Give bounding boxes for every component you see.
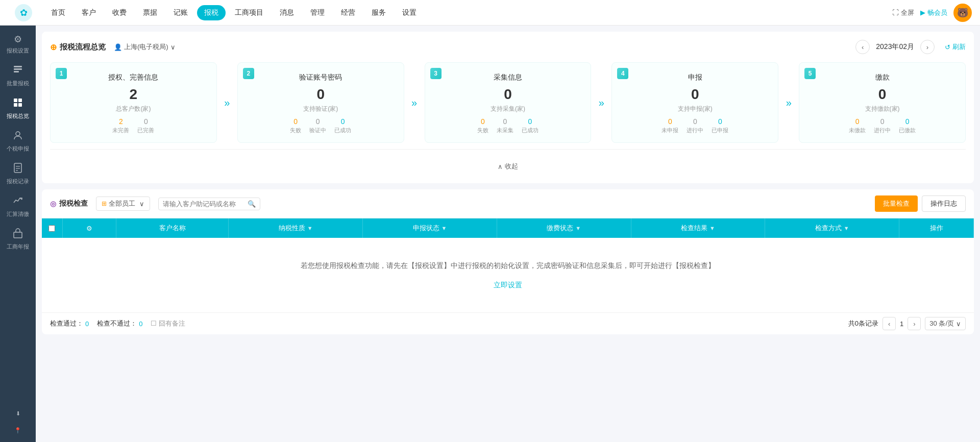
employee-filter[interactable]: ⊞ 全部员工 ∨ (96, 197, 150, 211)
page-size-selector[interactable]: 30 条/页 ∨ (925, 317, 966, 330)
setup-link[interactable]: 立即设置 (494, 281, 522, 289)
nav-item-invoice[interactable]: 票据 (136, 5, 164, 20)
th-payment-status: 缴费状态 ▼ (497, 218, 631, 238)
step-2-stats: 0 失败 0 验证中 0 已成功 (290, 117, 351, 134)
title-plus-icon: ⊕ (50, 42, 57, 52)
sidebar-item-batch-tax[interactable]: 批量报税 (2, 61, 34, 91)
step-4-stat-1-num: 0 (668, 117, 672, 126)
location-button[interactable]: 👤 上海(电子税局) ∨ (114, 42, 176, 52)
declaration-filter-icon: ▼ (442, 225, 447, 231)
logo-icon: ✿ (14, 4, 33, 22)
tax-nature-header[interactable]: 纳税性质 ▼ (235, 224, 356, 233)
nav-item-manage[interactable]: 管理 (303, 5, 332, 20)
pass-count[interactable]: 0 (85, 320, 89, 328)
fullscreen-icon: ⛶ (892, 9, 899, 16)
step-1-stat-2: 0 已完善 (137, 117, 154, 134)
svg-rect-6 (18, 99, 22, 102)
sidebar-item-location[interactable]: 📍 (2, 423, 34, 438)
step-5-stat-2-num: 0 (880, 117, 885, 126)
step-2-stat-3: 0 已成功 (334, 117, 351, 134)
empty-state: 若您想使用报税检查功能，请先在【报税设置】中进行报税的初始化设置，完成密码验证和… (42, 238, 974, 312)
location-person-icon: 👤 (114, 43, 122, 51)
table-container: ⚙ 客户名称 纳税性质 ▼ (42, 218, 974, 312)
date-next-button[interactable]: › (920, 40, 935, 54)
sidebar-item-tax-record[interactable]: 报税记录 (2, 159, 34, 189)
page-next-button[interactable]: › (908, 317, 921, 330)
table-header: ⚙ 客户名称 纳税性质 ▼ (42, 218, 974, 238)
sidebar-item-annual-settlement[interactable]: 汇算清缴 (2, 191, 34, 222)
step-5-title: 缴款 (875, 73, 890, 82)
content-area: ⊕ 报税流程总览 👤 上海(电子税局) ∨ ‹ 2023年02月 › ↺ 刷新 (36, 26, 980, 442)
step-1-stat-2-label: 已完善 (137, 127, 154, 134)
date-display: 2023年02月 (876, 42, 914, 52)
step-1-stat-1-num: 2 (119, 117, 123, 126)
nav-item-message[interactable]: 消息 (273, 5, 301, 20)
business-annual-icon (13, 228, 23, 241)
search-input[interactable] (163, 200, 248, 208)
page-prev-button[interactable]: ‹ (883, 317, 896, 330)
th-customer-name: 客户名称 (116, 218, 229, 238)
nav-item-fee[interactable]: 收费 (105, 5, 134, 20)
step-5-count: 0 (878, 86, 887, 103)
step-2-stat-1: 0 失败 (290, 117, 301, 134)
step-1-count: 2 (130, 86, 138, 103)
check-method-header[interactable]: 检查方式 ▼ (771, 224, 893, 233)
vip-button[interactable]: ▶ 畅会员 (920, 8, 947, 17)
nav-item-operate[interactable]: 经营 (334, 5, 362, 20)
step-5-stat-2: 0 进行中 (874, 117, 891, 134)
fail-count[interactable]: 0 (139, 320, 142, 328)
header-checkbox[interactable] (48, 225, 56, 232)
process-step-4: 4 申报 0 支持申报(家) 0 未申报 0 进行中 (611, 62, 778, 143)
step-3-number: 3 (430, 68, 442, 79)
settings-icon[interactable]: ⚙ (86, 225, 92, 232)
operation-log-button[interactable]: 操作日志 (922, 195, 966, 212)
payment-status-header[interactable]: 缴费状态 ▼ (503, 224, 625, 233)
th-operation: 操作 (899, 218, 974, 238)
pass-label: 检查通过： (50, 319, 83, 328)
step-5-number: 5 (804, 68, 816, 79)
step-5-stat-3-label: 已缴款 (899, 127, 916, 134)
arrow-1-2: » (217, 62, 237, 143)
download-icon: ⬇ (16, 410, 20, 417)
refresh-button[interactable]: ↺ 刷新 (945, 42, 966, 52)
check-result-header[interactable]: 检查结果 ▼ (638, 224, 759, 233)
step-4-stat-1: 0 未申报 (662, 117, 678, 134)
sidebar-item-tax-overview[interactable]: 报税总览 (2, 93, 34, 124)
sidebar-item-tax-settings[interactable]: ⚙ 报税设置 (2, 30, 34, 59)
nav-item-business[interactable]: 工商项目 (228, 5, 271, 20)
nav-item-service[interactable]: 服务 (364, 5, 393, 20)
step-2-stat-2-num: 0 (316, 117, 320, 126)
location-icon: 📍 (14, 427, 21, 434)
sidebar-item-download[interactable]: ⬇ (2, 406, 34, 421)
sidebar-item-business-annual[interactable]: 工商年报 (2, 224, 34, 255)
nav-item-settings[interactable]: 设置 (395, 5, 424, 20)
avatar: 🐻 (953, 4, 972, 22)
step-4-number: 4 (617, 68, 628, 79)
step-2-stat-3-label: 已成功 (334, 127, 351, 134)
nav-item-tax[interactable]: 报税 (197, 5, 226, 20)
step-4-stat-3-num: 0 (718, 117, 722, 126)
step-2-subtitle: 支持验证(家) (303, 105, 338, 113)
arrow-3-4: » (591, 62, 611, 143)
annual-settlement-icon (13, 195, 23, 208)
step-3-count: 0 (504, 86, 512, 103)
fullscreen-button[interactable]: ⛶ 全屏 (892, 8, 914, 17)
step-5-stat-2-label: 进行中 (874, 127, 891, 134)
sidebar-item-personal-tax[interactable]: 个税申报 (2, 126, 34, 157)
date-prev-button[interactable]: ‹ (855, 40, 870, 54)
select-all-checkbox[interactable] (48, 225, 55, 232)
process-steps: 1 授权、完善信息 2 总客户数(家) 2 未完善 0 已完善 (50, 62, 966, 143)
nav-item-home[interactable]: 首页 (44, 5, 72, 20)
declaration-status-header[interactable]: 申报状态 ▼ (369, 224, 491, 233)
batch-check-button[interactable]: 批量检查 (875, 195, 918, 212)
nav-item-bookkeep[interactable]: 记账 (166, 5, 195, 20)
nav-item-customer[interactable]: 客户 (75, 5, 103, 20)
process-step-2: 2 验证账号密码 0 支持验证(家) 0 失败 0 验证中 (237, 62, 404, 143)
svg-rect-14 (14, 232, 22, 238)
search-icon[interactable]: 🔍 (248, 200, 256, 208)
process-step-5: 5 缴款 0 支持缴款(家) 0 未缴款 0 进行中 (799, 62, 966, 143)
svg-point-9 (16, 132, 20, 136)
collapse-button[interactable]: ∧ 收起 (50, 158, 966, 175)
step-4-stats: 0 未申报 0 进行中 0 已申报 (662, 117, 728, 134)
table-header-row: ⚙ 客户名称 纳税性质 ▼ (42, 218, 974, 238)
